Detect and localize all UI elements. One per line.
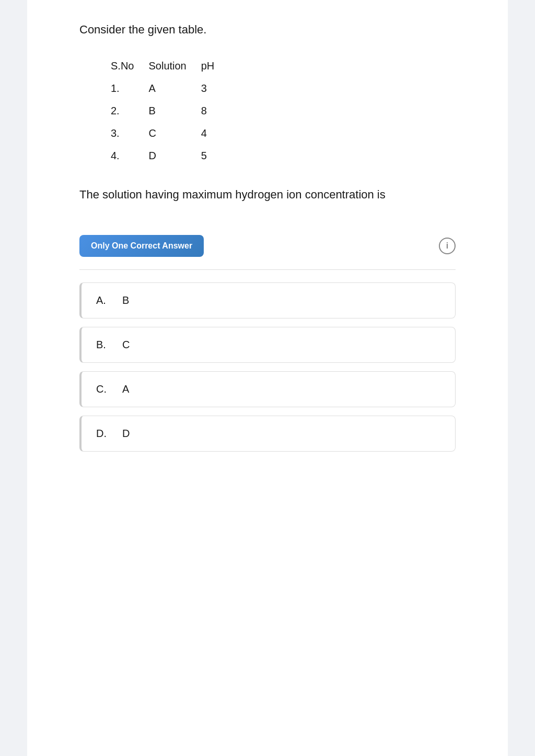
option-item[interactable]: A.B: [79, 282, 456, 318]
divider: [79, 269, 456, 270]
table-row: 4.D5: [111, 145, 229, 167]
table-row: 3.C4: [111, 122, 229, 145]
option-label: D.: [96, 428, 112, 440]
option-value: D: [122, 428, 130, 440]
cell-sno: 2.: [111, 100, 148, 122]
cell-ph: 3: [201, 77, 229, 100]
cell-sno: 4.: [111, 145, 148, 167]
cell-ph: 5: [201, 145, 229, 167]
option-value: A: [122, 383, 129, 395]
option-label: C.: [96, 383, 112, 395]
option-label: B.: [96, 339, 112, 351]
cell-solution: B: [148, 100, 201, 122]
options-container: A.BB.CC.AD.D: [79, 282, 456, 452]
answer-type-badge: Only One Correct Answer: [79, 235, 204, 257]
cell-ph: 8: [201, 100, 229, 122]
table-row: 1.A3: [111, 77, 229, 100]
col-header-solution: Solution: [148, 57, 201, 77]
table-row: 2.B8: [111, 100, 229, 122]
intro-text: Consider the given table.: [79, 21, 456, 38]
cell-solution: C: [148, 122, 201, 145]
info-icon[interactable]: i: [439, 238, 456, 254]
option-item[interactable]: B.C: [79, 327, 456, 363]
option-value: C: [122, 339, 130, 351]
solution-table: S.No Solution pH 1.A32.B83.C44.D5: [111, 57, 229, 167]
col-header-sno: S.No: [111, 57, 148, 77]
cell-sno: 3.: [111, 122, 148, 145]
page-container: Consider the given table. S.No Solution …: [27, 0, 508, 756]
option-value: B: [122, 294, 129, 306]
cell-ph: 4: [201, 122, 229, 145]
table-container: S.No Solution pH 1.A32.B83.C44.D5: [79, 57, 456, 167]
cell-solution: D: [148, 145, 201, 167]
question-text: The solution having maximum hydrogen ion…: [79, 186, 456, 204]
option-item[interactable]: D.D: [79, 416, 456, 452]
option-label: A.: [96, 294, 112, 306]
cell-solution: A: [148, 77, 201, 100]
col-header-ph: pH: [201, 57, 229, 77]
cell-sno: 1.: [111, 77, 148, 100]
option-item[interactable]: C.A: [79, 371, 456, 407]
badge-row: Only One Correct Answer i: [79, 235, 456, 257]
